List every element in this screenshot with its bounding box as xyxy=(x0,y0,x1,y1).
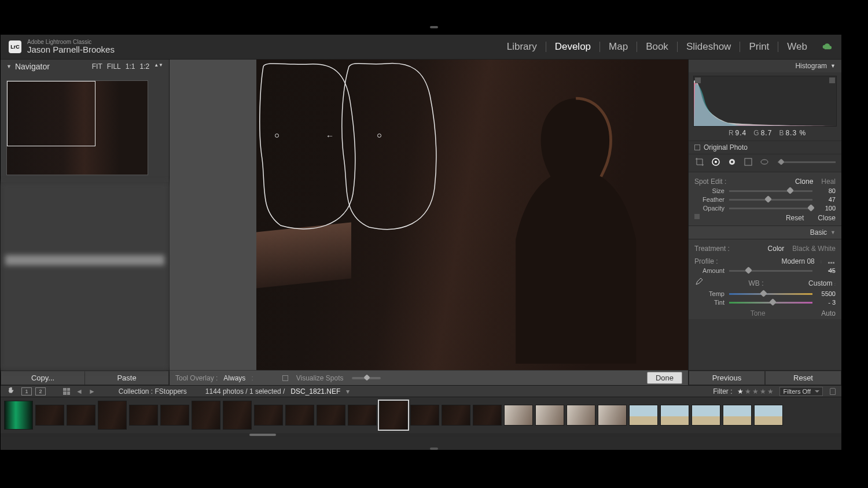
filmstrip-thumb[interactable] xyxy=(598,405,627,426)
size-value[interactable]: 80 xyxy=(817,187,836,194)
filmstrip-thumb[interactable] xyxy=(285,405,314,426)
crop-tool-icon[interactable] xyxy=(694,157,705,167)
basic-panel-header[interactable]: Basic ▼ xyxy=(689,225,841,239)
spot-removal-tool-icon[interactable] xyxy=(711,157,721,167)
spot-source-pin[interactable] xyxy=(377,134,381,138)
filmstrip-thumb[interactable] xyxy=(410,405,439,426)
nav-back-icon[interactable]: ◄ xyxy=(76,387,83,395)
filters-dropdown[interactable]: Filters Off xyxy=(779,387,823,396)
filmstrip[interactable] xyxy=(1,397,841,433)
filmstrip-thumb[interactable] xyxy=(473,405,502,426)
temp-value[interactable]: 5500 xyxy=(817,290,836,297)
zoom-1to2[interactable]: 1:2 xyxy=(139,62,149,71)
filmstrip-thumb[interactable] xyxy=(317,405,345,426)
grid-view-icon[interactable] xyxy=(63,388,70,395)
module-slideshow[interactable]: Slideshow xyxy=(678,41,740,53)
feather-value[interactable]: 47 xyxy=(817,196,836,203)
paste-button[interactable]: Paste xyxy=(84,371,169,385)
filmstrip-thumb[interactable] xyxy=(535,405,564,426)
filmstrip-thumb[interactable] xyxy=(98,401,127,430)
histogram-header[interactable]: Histogram ▼ xyxy=(689,60,841,72)
mode-heal[interactable]: Heal xyxy=(821,178,836,186)
filmstrip-thumb[interactable] xyxy=(629,405,658,426)
treatment-color[interactable]: Color xyxy=(768,245,785,253)
filmstrip-thumb[interactable] xyxy=(35,405,64,426)
spot-close-button[interactable]: Close xyxy=(818,214,836,222)
star-filter[interactable]: ★★★★★ xyxy=(737,387,775,395)
temp-slider[interactable] xyxy=(729,293,812,295)
shadow-clipping-icon[interactable] xyxy=(695,77,701,83)
tool-amount-slider[interactable] xyxy=(778,161,836,163)
filmstrip-thumb[interactable] xyxy=(442,405,470,426)
filmstrip-thumb[interactable] xyxy=(723,405,752,426)
zoom-fit[interactable]: FIT xyxy=(92,62,102,71)
module-library[interactable]: Library xyxy=(498,41,546,53)
filmstrip-thumb[interactable] xyxy=(660,405,689,426)
eyedropper-icon[interactable] xyxy=(694,278,704,289)
image-canvas[interactable]: ← xyxy=(256,60,688,370)
filmstrip-thumb[interactable] xyxy=(754,405,783,426)
spot-target-pin[interactable] xyxy=(275,134,279,138)
filmstrip-thumb[interactable] xyxy=(67,405,95,426)
visualize-threshold-slider[interactable] xyxy=(352,377,381,379)
cloud-sync-icon[interactable] xyxy=(822,43,833,51)
size-slider[interactable] xyxy=(729,190,812,192)
original-photo-row[interactable]: Original Photo xyxy=(689,141,841,154)
copy-button[interactable]: Copy... xyxy=(1,371,84,385)
filmstrip-thumb[interactable] xyxy=(129,405,158,426)
filmstrip-thumb[interactable] xyxy=(567,405,595,426)
filmstrip-thumb[interactable] xyxy=(348,405,377,426)
spot-source-outline[interactable] xyxy=(337,61,439,234)
highlight-clipping-icon[interactable] xyxy=(829,77,835,83)
module-print[interactable]: Print xyxy=(740,41,778,53)
hand-icon[interactable] xyxy=(6,386,16,396)
tint-value[interactable]: - 3 xyxy=(817,299,836,306)
pin-toggle-icon[interactable] xyxy=(694,214,700,219)
histogram[interactable] xyxy=(693,76,837,127)
filmstrip-thumb[interactable] xyxy=(254,405,283,426)
filmstrip-thumb-selected[interactable] xyxy=(379,401,408,430)
mode-clone[interactable]: Clone xyxy=(795,178,813,186)
filmstrip-thumb[interactable] xyxy=(223,401,252,430)
filmstrip-thumb[interactable] xyxy=(504,405,533,426)
opacity-value[interactable]: 100 xyxy=(817,205,836,212)
module-develop[interactable]: Develop xyxy=(546,41,599,53)
module-book[interactable]: Book xyxy=(637,41,677,53)
auto-tone-button[interactable]: Auto xyxy=(821,309,836,317)
done-button[interactable]: Done xyxy=(647,372,682,384)
nav-fwd-icon[interactable]: ► xyxy=(89,387,95,395)
original-photo-checkbox[interactable] xyxy=(694,145,700,150)
reset-button[interactable]: Reset xyxy=(765,371,841,385)
zoom-fill[interactable]: FILL xyxy=(107,62,121,71)
tint-slider[interactable] xyxy=(729,302,812,304)
zoom-more-icon[interactable]: ▲▼ xyxy=(154,62,163,71)
graduated-filter-icon[interactable] xyxy=(743,157,753,167)
secondary-display-icon[interactable]: 2 xyxy=(35,387,46,395)
filmstrip-thumb[interactable] xyxy=(160,405,189,426)
profile-browser-icon[interactable] xyxy=(827,257,836,265)
opacity-slider[interactable] xyxy=(729,208,812,209)
filter-lock-icon[interactable] xyxy=(830,388,836,395)
redeye-tool-icon[interactable] xyxy=(727,157,737,167)
module-map[interactable]: Map xyxy=(600,41,637,53)
zoom-1to1[interactable]: 1:1 xyxy=(126,62,135,71)
collection-name[interactable]: FStoppers xyxy=(155,387,187,395)
filmstrip-scrollbar[interactable] xyxy=(1,433,841,437)
module-web[interactable]: Web xyxy=(778,41,816,53)
radial-filter-icon[interactable] xyxy=(759,157,770,167)
amount-value[interactable]: 45 xyxy=(817,267,836,274)
previous-button[interactable]: Previous xyxy=(689,371,765,385)
amount-slider[interactable] xyxy=(729,270,812,272)
navigator-thumbnail[interactable] xyxy=(6,80,148,175)
wb-value[interactable]: Custom xyxy=(808,279,832,287)
primary-display-icon[interactable]: 1 xyxy=(21,387,32,395)
visualize-spots-checkbox[interactable] xyxy=(282,375,288,381)
filmstrip-thumb[interactable] xyxy=(692,405,720,426)
filmstrip-thumb[interactable] xyxy=(192,401,220,430)
navigator-header[interactable]: ▼ Navigator FIT FILL 1:1 1:2 ▲▼ xyxy=(1,60,169,73)
feather-slider[interactable] xyxy=(729,199,812,201)
tool-overlay-value[interactable]: Always xyxy=(223,374,245,382)
spot-reset-button[interactable]: Reset xyxy=(786,214,804,222)
profile-value[interactable]: Modern 08 xyxy=(781,257,814,265)
scrollbar-thumb[interactable] xyxy=(249,434,276,436)
